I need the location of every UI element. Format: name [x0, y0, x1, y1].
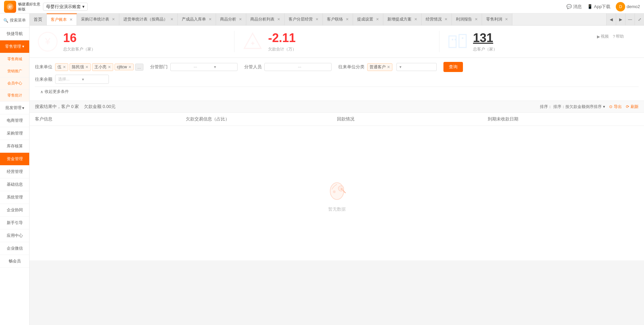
- unit-type-select[interactable]: ▾: [396, 63, 437, 71]
- refresh-icon: ⟳: [626, 104, 629, 109]
- tab-expand-button[interactable]: ⤢: [635, 13, 644, 26]
- tag-1-remove[interactable]: ✕: [63, 65, 66, 69]
- sidebar-item-marketing[interactable]: 营销推广: [0, 65, 29, 77]
- export-button[interactable]: ⊙ 导出: [609, 104, 622, 110]
- quick-nav-label: 快捷导航: [7, 31, 23, 36]
- tag-3-remove[interactable]: ✕: [108, 65, 111, 69]
- sidebar-item-enterprise[interactable]: 企业协同: [0, 204, 29, 217]
- help-button[interactable]: ? 帮助: [613, 34, 624, 39]
- tab-new-raise-plan-label: 新增提成方案: [387, 16, 412, 22]
- tab-close-icon[interactable]: ✕: [70, 17, 73, 22]
- tab-raise-settings[interactable]: 提成设置 ✕: [353, 13, 383, 26]
- filter-row-2: 往来余额 选择... ▾: [35, 75, 639, 84]
- dept-select[interactable]: ··· ▾: [170, 63, 238, 71]
- tab-product-analysis[interactable]: 商品分析 ✕: [216, 13, 246, 26]
- customer-unit: 家: [75, 104, 79, 109]
- balance-select[interactable]: 选择... ▾: [55, 75, 109, 84]
- tab-purchase-orders-label: 采购订单统计表: [81, 16, 109, 22]
- tab-minimize-button[interactable]: —: [625, 13, 635, 26]
- user-avatar[interactable]: D demo2: [616, 2, 640, 11]
- sidebar-item-retail-stats[interactable]: 零售统计: [0, 89, 29, 102]
- app-download-button[interactable]: 📱 App下载: [587, 4, 610, 10]
- collapse-row: ∧ 收起更多条件: [35, 86, 639, 97]
- tab-close-icon-11[interactable]: ✕: [444, 17, 447, 22]
- sidebar-item-finance[interactable]: 资金管理: [0, 153, 29, 166]
- tag-4-remove[interactable]: ✕: [128, 65, 131, 69]
- members-label: 会员中心: [7, 81, 22, 85]
- sidebar-item-app-center[interactable]: 应用中心: [0, 229, 29, 242]
- tab-product-analysis-list[interactable]: 商品分析列表 ✕: [246, 13, 285, 26]
- tab-customer-contact[interactable]: 客户联络 ✕: [323, 13, 353, 26]
- video-help-button[interactable]: ▶ 视频: [597, 34, 609, 39]
- sidebar-item-inventory[interactable]: 库存核算: [0, 140, 29, 153]
- collapse-button[interactable]: ∧ 收起更多条件: [35, 87, 639, 97]
- tab-cost-inbound[interactable]: 产成品入库单 ✕: [178, 13, 216, 26]
- sidebar-item-vip[interactable]: 畅会员: [0, 255, 29, 268]
- svg-point-14: [341, 188, 343, 190]
- tab-customers[interactable]: 客户账本 ✕: [47, 13, 77, 26]
- sidebar-item-system[interactable]: 系统管理: [0, 191, 29, 204]
- tab-close-icon-12[interactable]: ✕: [475, 17, 478, 22]
- search-menu-button[interactable]: 🔍 搜索菜单: [3, 16, 27, 25]
- collapse-label: 收起更多条件: [45, 89, 69, 95]
- account-selector[interactable]: 母婴行业演示账套 ▾: [43, 3, 88, 11]
- sidebar-item-ecommerce[interactable]: 电商管理: [0, 114, 29, 127]
- tab-inbound-stats[interactable]: 进货单统计表（按商品） ✕: [119, 13, 178, 26]
- sort-select[interactable]: 排序： 排序：按欠款金额倒序排序 ▾: [540, 104, 605, 110]
- tab-prev-button[interactable]: ◀: [606, 13, 616, 26]
- tab-close-icon-13[interactable]: ✕: [505, 17, 508, 22]
- app-container: 好 畅捷通好生意 标版 母婴行业演示账套 ▾ 💬 消息 📱 App下载 D de…: [0, 0, 644, 325]
- tab-retail-profit[interactable]: 零售利润 ✕: [482, 13, 512, 26]
- svg-text:¥: ¥: [45, 36, 50, 46]
- sidebar-item-wechat[interactable]: 企业微信: [0, 242, 29, 255]
- tab-next-button[interactable]: ▶: [616, 13, 625, 26]
- sidebar-item-members[interactable]: 会员中心: [0, 77, 29, 89]
- tab-business-status[interactable]: 经营情况 ✕: [422, 13, 452, 26]
- filter-tag-4: cjttcw ✕: [115, 64, 134, 70]
- tab-new-raise-plan[interactable]: 新增提成方案 ✕: [383, 13, 422, 26]
- tab-customer-tier[interactable]: 客户分层经营 ✕: [285, 13, 323, 26]
- tab-close-icon-3[interactable]: ✕: [170, 17, 173, 22]
- unit-type-tags: 普通客户 ✕: [367, 63, 392, 71]
- tab-close-icon-8[interactable]: ✕: [346, 17, 349, 22]
- top-bar: 好 畅捷通好生意 标版 母婴行业演示账套 ▾ 💬 消息 📱 App下载 D de…: [0, 0, 644, 13]
- query-button[interactable]: 查询: [443, 62, 463, 72]
- tab-close-icon-2[interactable]: ✕: [112, 17, 115, 22]
- tab-profit-report[interactable]: 利润报告 ✕: [452, 13, 482, 26]
- tab-close-icon-10[interactable]: ✕: [414, 17, 417, 22]
- table: 客户信息 欠款交易信息（占比） 回款情况 到期未收款日期: [30, 113, 644, 260]
- tab-business-status-label: 经营情况: [426, 16, 442, 22]
- help-icon: ?: [613, 34, 615, 39]
- retail-mall-label: 零售商城: [7, 57, 22, 61]
- sidebar-item-purchase[interactable]: 采购管理: [0, 127, 29, 140]
- sidebar-item-operations[interactable]: 经营管理: [0, 166, 29, 178]
- tab-close-icon-4[interactable]: ✕: [209, 17, 212, 22]
- tag-2-remove[interactable]: ✕: [85, 65, 88, 69]
- person-select[interactable]: ···: [264, 63, 332, 71]
- card3-label: 总客户（家）: [473, 46, 497, 52]
- sidebar-item-retail-mall[interactable]: 零售商城: [0, 53, 29, 65]
- tab-purchase-orders[interactable]: 采购订单统计表 ✕: [77, 13, 119, 26]
- tab-close-icon-5[interactable]: ✕: [239, 17, 242, 22]
- sidebar-item-new-guide[interactable]: 新手引导: [0, 217, 29, 229]
- unit-type-tag-remove[interactable]: ✕: [387, 65, 390, 69]
- sidebar-item-quick-nav[interactable]: 快捷导航: [0, 28, 29, 40]
- card1-label: 总欠款客户（家）: [63, 46, 95, 52]
- logo-icon: 好: [4, 1, 16, 13]
- summary-section: ¥ 16 总欠款客户（家） ✦: [30, 26, 644, 58]
- message-button[interactable]: 💬 消息: [566, 4, 582, 10]
- tab-close-icon-9[interactable]: ✕: [376, 17, 379, 22]
- result-bar-right: 排序： 排序：按欠款金额倒序排序 ▾ ⊙ 导出 ⟳ 刷新: [540, 104, 639, 110]
- sidebar-item-retail[interactable]: 零售管理 ▾: [0, 40, 29, 53]
- selector-label: 母婴行业演示账套: [46, 4, 81, 10]
- sidebar-item-basic-info[interactable]: 基础信息: [0, 178, 29, 191]
- filter-more-button[interactable]: ...: [135, 64, 143, 71]
- card3-data: 131 总客户（家）: [473, 31, 497, 52]
- avatar-icon: D: [616, 2, 625, 11]
- dept-more-icon: ···: [194, 65, 214, 69]
- tab-home[interactable]: 首页: [30, 13, 47, 26]
- sidebar-item-wholesale[interactable]: 批发管理 ▾: [0, 102, 29, 114]
- refresh-button[interactable]: ⟳ 刷新: [626, 104, 639, 110]
- tab-close-icon-7[interactable]: ✕: [315, 17, 318, 22]
- tab-close-icon-6[interactable]: ✕: [277, 17, 280, 22]
